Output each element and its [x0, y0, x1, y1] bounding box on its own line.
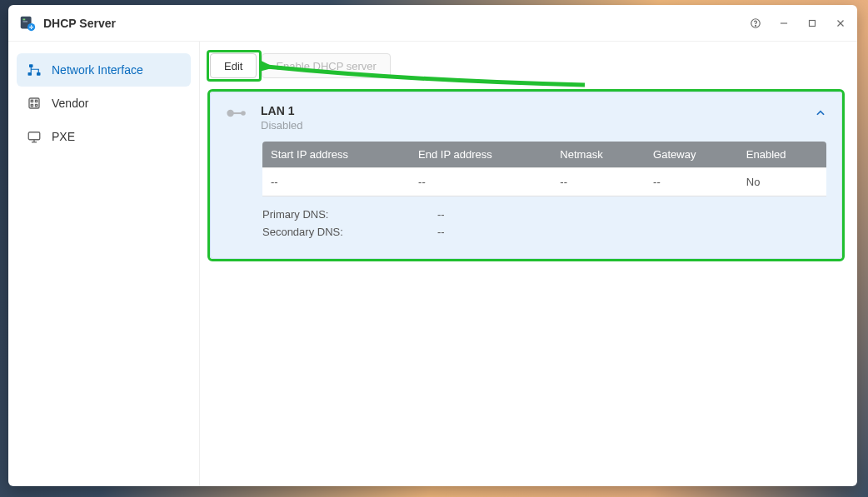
sidebar: Network Interface Vendor PXE: [8, 42, 200, 486]
close-button[interactable]: [834, 17, 847, 30]
sidebar-item-pxe[interactable]: PXE: [17, 120, 191, 153]
primary-dns-row: Primary DNS: --: [262, 208, 826, 221]
primary-dns-label: Primary DNS:: [262, 208, 429, 221]
primary-dns-value: --: [437, 208, 445, 221]
svg-rect-12: [37, 72, 41, 76]
svg-rect-2: [23, 21, 28, 22]
address-table: Start IP address End IP address Netmask …: [262, 142, 826, 196]
app-window: DHCP Server Network Interface: [8, 5, 857, 486]
sidebar-item-label: Vendor: [52, 97, 88, 110]
content-area: Edit Enable DHCP server: [200, 42, 857, 486]
maximize-button[interactable]: [806, 17, 819, 30]
network-icon: [27, 62, 42, 77]
app-icon: [18, 14, 37, 32]
svg-rect-14: [31, 100, 32, 102]
toolbar: Edit Enable DHCP server: [210, 53, 842, 78]
svg-rect-7: [810, 20, 816, 26]
col-enabled: Enabled: [738, 142, 826, 168]
sidebar-item-network-interface[interactable]: Network Interface: [17, 53, 191, 87]
secondary-dns-label: Secondary DNS:: [262, 226, 429, 238]
svg-rect-10: [29, 64, 33, 67]
minimize-button[interactable]: [777, 17, 791, 30]
sidebar-item-vendor[interactable]: Vendor: [17, 87, 191, 120]
panel-header: LAN 1 Disabled: [226, 104, 826, 132]
collapse-toggle[interactable]: [815, 107, 826, 119]
svg-rect-15: [36, 100, 37, 102]
cell-gateway: --: [645, 168, 738, 196]
svg-rect-11: [28, 72, 32, 76]
col-netmask: Netmask: [551, 142, 645, 168]
col-start-ip: Start IP address: [262, 142, 410, 168]
svg-rect-23: [232, 112, 242, 114]
secondary-dns-row: Secondary DNS: --: [262, 226, 826, 238]
pxe-icon: [27, 129, 42, 144]
dns-info: Primary DNS: -- Secondary DNS: --: [262, 208, 826, 238]
col-gateway: Gateway: [645, 142, 738, 168]
ethernet-icon: [226, 107, 249, 119]
svg-point-3: [27, 23, 35, 31]
secondary-dns-value: --: [437, 226, 445, 238]
svg-point-5: [756, 25, 756, 26]
svg-rect-17: [36, 105, 37, 107]
sidebar-item-label: Network Interface: [52, 63, 143, 77]
interface-panel[interactable]: LAN 1 Disabled Start IP address End: [210, 92, 842, 259]
table-header-row: Start IP address End IP address Netmask …: [262, 142, 826, 168]
window-title: DHCP Server: [43, 17, 749, 30]
svg-rect-18: [28, 132, 40, 140]
titlebar: DHCP Server: [8, 5, 857, 42]
cell-enabled: No: [738, 168, 826, 196]
cell-start-ip: --: [262, 168, 410, 196]
svg-rect-1: [23, 18, 26, 20]
interface-name: LAN 1: [261, 104, 303, 117]
enable-dhcp-button[interactable]: Enable DHCP server: [262, 53, 390, 78]
cell-end-ip: --: [410, 168, 551, 196]
edit-button[interactable]: Edit: [210, 53, 257, 78]
interface-status: Disabled: [261, 119, 303, 132]
cell-netmask: --: [551, 168, 645, 196]
col-end-ip: End IP address: [410, 142, 551, 168]
help-button[interactable]: [749, 17, 762, 30]
svg-rect-16: [31, 105, 32, 107]
vendor-icon: [27, 96, 42, 111]
sidebar-item-label: PXE: [52, 130, 75, 143]
window-controls: [749, 17, 847, 30]
table-row[interactable]: -- -- -- -- No: [262, 168, 826, 196]
